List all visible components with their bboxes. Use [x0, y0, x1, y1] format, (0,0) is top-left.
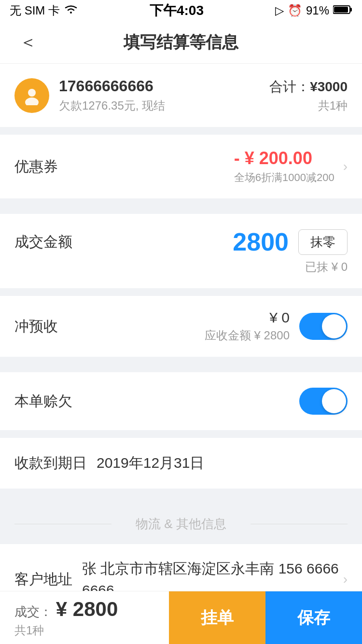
precharge-amount: ¥ 0 应收金额 ¥ 2800 — [205, 309, 290, 343]
amount-row: 成交金额 2800 抹零 — [14, 227, 348, 256]
bottom-deal-row: 成交： ¥ 2800 — [14, 598, 154, 621]
bottom-amount: ¥ 2800 — [56, 598, 118, 620]
debit-toggle[interactable] — [299, 388, 348, 415]
coupon-amount: - ¥ 200.00 — [234, 148, 334, 168]
debit-toggle-knob — [322, 389, 346, 413]
divider-text: 物流 & 其他信息 — [136, 516, 226, 532]
precharge-main: ¥ 0 — [205, 309, 290, 326]
chevron-right-icon: › — [343, 159, 348, 174]
carrier-text: 无 SIM 卡 — [10, 3, 60, 18]
svg-rect-2 — [334, 7, 348, 13]
user-debt: 欠款1276.35元, 现结 — [59, 98, 165, 113]
round-button[interactable]: 抹零 — [298, 229, 348, 255]
user-info: 17666666666 欠款1276.35元, 现结 — [59, 77, 165, 113]
coupon-right: - ¥ 200.00 全场6折满1000减200 › — [234, 148, 348, 185]
status-left: 无 SIM 卡 — [10, 3, 78, 18]
location-icon: ▷ — [275, 4, 284, 17]
wifi-icon — [64, 4, 78, 17]
back-button[interactable]: ＜ — [14, 26, 42, 59]
divider-line-right — [251, 524, 348, 524]
duedate-value: 2019年12月31日 — [97, 453, 204, 473]
coupon-row[interactable]: 优惠券 - ¥ 200.00 全场6折满1000减200 › — [0, 135, 362, 198]
nav-bar: ＜ 填写结算等信息 — [0, 21, 362, 64]
amount-label: 成交金额 — [14, 232, 72, 252]
precharge-sub: 应收金额 ¥ 2800 — [205, 328, 290, 343]
coupon-desc: 全场6折满1000减200 — [234, 170, 334, 185]
time-display: 下午4:03 — [150, 1, 204, 20]
total-label: 合计：¥3000 — [269, 78, 348, 96]
hold-button[interactable]: 挂单 — [169, 591, 265, 644]
section-divider: 物流 & 其他信息 — [0, 504, 362, 544]
user-phone: 17666666666 — [59, 77, 165, 95]
svg-point-4 — [25, 98, 39, 105]
svg-point-3 — [28, 89, 36, 97]
separator-2 — [0, 364, 362, 372]
precharge-right: ¥ 0 应收金额 ¥ 2800 — [205, 309, 348, 343]
alarm-icon: ⏰ — [288, 4, 302, 17]
bottom-deal-label: 成交： — [14, 604, 52, 619]
amount-right: 2800 抹零 — [233, 227, 348, 256]
page-title: 填写结算等信息 — [124, 31, 238, 54]
avatar — [14, 78, 49, 113]
debit-label: 本单赊欠 — [14, 392, 72, 411]
total-count: 共1种 — [269, 98, 348, 113]
address-label: 客户地址 — [14, 570, 72, 589]
toggle-knob — [322, 314, 346, 338]
save-button[interactable]: 保存 — [265, 591, 362, 644]
duedate-section: 收款到期日 2019年12月31日 — [0, 438, 362, 489]
content: 17666666666 欠款1276.35元, 现结 合计：¥3000 共1种 … — [0, 64, 362, 644]
precharge-label: 冲预收 — [14, 317, 58, 336]
bottom-summary: 成交： ¥ 2800 共1种 — [0, 598, 169, 638]
debit-section: 本单赊欠 — [0, 372, 362, 430]
status-bar: 无 SIM 卡 下午4:03 ▷ ⏰ 91% — [0, 0, 362, 21]
user-total: 合计：¥3000 共1种 — [269, 78, 348, 113]
address-chevron-icon: › — [343, 572, 348, 587]
svg-rect-1 — [350, 8, 352, 12]
user-info-row: 17666666666 欠款1276.35元, 现结 合计：¥3000 共1种 — [0, 64, 362, 127]
battery-icon — [333, 4, 352, 17]
precharge-row: 冲预收 ¥ 0 应收金额 ¥ 2800 — [14, 309, 348, 343]
duedate-label: 收款到期日 — [14, 453, 87, 473]
coupon-label: 优惠券 — [14, 157, 58, 177]
battery-text: 91% — [306, 4, 329, 17]
precharge-section: 冲预收 ¥ 0 应收金额 ¥ 2800 — [0, 296, 362, 357]
amount-value: 2800 — [233, 227, 289, 256]
separator-1 — [0, 206, 362, 214]
status-right: ▷ ⏰ 91% — [275, 4, 352, 17]
duedate-row: 收款到期日 2019年12月31日 — [14, 453, 348, 473]
amount-section: 成交金额 2800 抹零 已抹 ¥ 0 — [0, 214, 362, 288]
user-left: 17666666666 欠款1276.35元, 现结 — [14, 77, 165, 113]
bottom-count: 共1种 — [14, 623, 154, 638]
amount-sub-text: 已抹 ¥ 0 — [14, 259, 348, 275]
bottom-bar: 成交： ¥ 2800 共1种 挂单 保存 — [0, 591, 362, 644]
separator-3 — [0, 496, 362, 504]
precharge-toggle[interactable] — [299, 313, 348, 340]
divider-line-left — [14, 524, 111, 524]
